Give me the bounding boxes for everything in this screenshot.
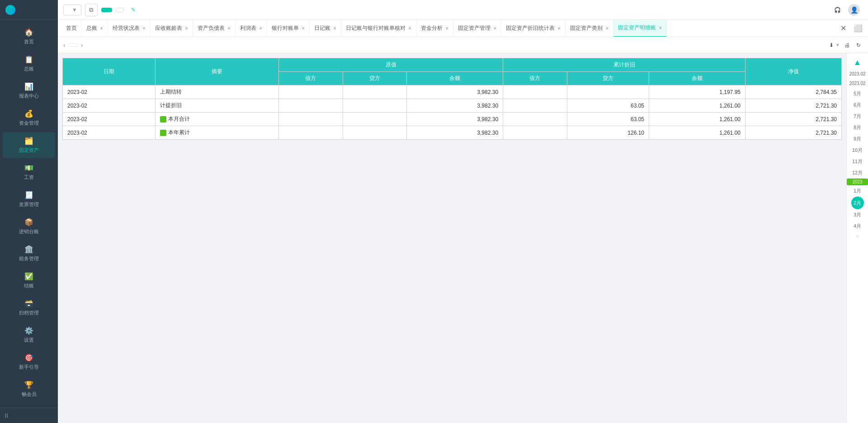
tab-固定资产类别[interactable]: 固定资产类别× — [566, 20, 613, 37]
sidebar-item-report[interactable]: 📊报表中心 — [3, 78, 55, 104]
tab-label: 资金分析 — [421, 24, 443, 32]
tab-日记账[interactable]: 日记账× — [310, 20, 341, 37]
download-button[interactable]: ⬇ ▼ — [829, 42, 840, 48]
ledger-icon: 📋 — [24, 55, 33, 64]
tabbar: 首页总账×经营状况表×应收账龄表×资产负债表×利润表×银行对账单×日记账×日记账… — [58, 20, 868, 37]
tab-label: 总账 — [86, 24, 97, 32]
sidebar: 🏠首页📋总账📊报表中心💰资金管理🗂️固定资产💵工资🧾发票管理📦进销台账🏛️税务管… — [0, 0, 58, 423]
subnav-prev-arrow[interactable]: ‹ — [63, 42, 66, 49]
right-panel-bottom-nav[interactable]: ○ — [854, 232, 860, 240]
user-menu[interactable]: 👤 — [848, 4, 863, 16]
tab-close-icon[interactable]: × — [557, 25, 561, 32]
col-accumulated-depreciation: 累计折旧 — [503, 58, 745, 72]
tab-close-icon[interactable]: × — [659, 25, 662, 31]
tab-应收账龄表[interactable]: 应收账龄表× — [151, 20, 193, 37]
tab-close-icon[interactable]: × — [445, 25, 448, 32]
support-button[interactable]: 🎧 — [834, 7, 843, 13]
right-panel-month[interactable]: 8月 — [847, 122, 868, 133]
tab-固定资产明细账[interactable]: 固定资产明细账× — [613, 20, 667, 37]
tab-label: 利润表 — [240, 24, 256, 32]
member-icon: 🏆 — [24, 381, 33, 389]
sidebar-item-ledger[interactable]: 📋总账 — [3, 51, 55, 77]
ledger-label: 总账 — [24, 66, 34, 72]
right-panel-month[interactable]: 10月 — [847, 145, 868, 156]
tab-资金分析[interactable]: 资金分析× — [416, 20, 453, 37]
sidebar-item-trade[interactable]: 📦进销台账 — [3, 213, 55, 240]
sidebar-item-archive[interactable]: 🗃️归档管理 — [3, 295, 55, 321]
workbench-button[interactable] — [101, 8, 112, 12]
right-panel-month[interactable]: 9月 — [847, 133, 868, 145]
cell-yuanzhi-debit — [279, 99, 343, 113]
tab-label: 银行对账单 — [272, 24, 299, 32]
period-edit-icon[interactable]: ✎ — [131, 7, 136, 13]
tab-label: 应收账龄表 — [155, 24, 182, 32]
refresh-button[interactable]: ↻ — [856, 42, 863, 48]
tab-资产负债表[interactable]: 资产负债表× — [193, 20, 236, 37]
sidebar-item-fixed-assets[interactable]: 🗂️固定资产 — [3, 132, 55, 158]
tab-日记账与银行对账单核对[interactable]: 日记账与银行对账单核对× — [341, 20, 416, 37]
tab-maximize-icon[interactable]: ⬜ — [852, 23, 864, 33]
right-panel-active-month[interactable]: 2月 — [851, 197, 864, 209]
right-panel-period[interactable]: 2023.02 — [847, 69, 868, 79]
cell-leiji-debit — [503, 126, 567, 140]
sidebar-unpin[interactable]: ⟨⟨ — [0, 408, 58, 423]
home-icon: 🏠 — [24, 28, 33, 37]
tab-经营状况表[interactable]: 经营状况表× — [108, 20, 151, 37]
sidebar-item-fund[interactable]: 💰资金管理 — [3, 105, 55, 131]
right-panel-month[interactable]: 6月 — [847, 99, 868, 111]
sidebar-item-member[interactable]: 🏆畅会员 — [3, 376, 55, 402]
right-panel-month[interactable]: 1月 — [847, 185, 868, 197]
tab-close-icon[interactable]: × — [142, 25, 146, 32]
guide-icon: 🎯 — [24, 353, 33, 362]
tab-利润表[interactable]: 利润表× — [236, 20, 267, 37]
subnav: ‹ › ⬇ ▼ 🖨 ↻ — [58, 37, 868, 53]
right-panel-month[interactable]: 3月 — [847, 209, 868, 221]
tab-close-icon[interactable]: × — [185, 25, 188, 32]
tab-close-icon[interactable]: × — [493, 25, 496, 32]
tab-close-all-icon[interactable]: ✕ — [839, 23, 848, 33]
tab-close-icon[interactable]: × — [227, 25, 231, 32]
tab-close-icon[interactable]: × — [333, 25, 336, 32]
tab-close-icon[interactable]: × — [302, 25, 305, 32]
tab-label: 固定资产类别 — [570, 24, 603, 32]
sidebar-item-tax[interactable]: 🏛️税务管理 — [3, 240, 55, 267]
right-panel-month[interactable]: 5月 — [847, 88, 868, 99]
right-panel-month[interactable]: 12月 — [847, 167, 868, 179]
sidebar-item-checkout[interactable]: ✅结账 — [3, 268, 55, 294]
tab-银行对账单[interactable]: 银行对账单× — [267, 20, 310, 37]
tab-close-icon[interactable]: × — [259, 25, 262, 32]
fixed-assets-label: 固定资产 — [19, 147, 39, 154]
right-panel-period[interactable]: 2023.02 — [847, 79, 868, 88]
right-panel-year-badge[interactable]: 2023 — [847, 179, 868, 185]
tab-close-icon[interactable]: × — [408, 25, 411, 32]
right-panel-month[interactable]: 11月 — [847, 156, 868, 167]
sidebar-item-salary[interactable]: 💵工资 — [3, 159, 55, 185]
tab-label: 固定资产明细账 — [618, 24, 656, 32]
sidebar-nav: 🏠首页📋总账📊报表中心💰资金管理🗂️固定资产💵工资🧾发票管理📦进销台账🏛️税务管… — [0, 20, 58, 408]
right-panel: ▲2023.022023.025月6月7月8月9月10月11月12月20231月… — [846, 53, 868, 423]
table-row: 2023-02 计提折旧 3,982.30 63.05 1,261.00 2,7… — [63, 99, 842, 113]
subnav-next-arrow[interactable]: › — [81, 42, 83, 49]
tab-close-icon[interactable]: × — [100, 25, 103, 32]
tab-close-icon[interactable]: × — [605, 25, 609, 32]
sidebar-item-settings[interactable]: ⚙️设置 — [3, 322, 55, 348]
tab-首页[interactable]: 首页 — [61, 20, 82, 37]
right-panel-up-arrow[interactable]: ▲ — [852, 56, 863, 69]
tab-总账[interactable]: 总账× — [82, 20, 108, 37]
tab-固定资产管理[interactable]: 固定资产管理× — [453, 20, 501, 37]
right-panel-month[interactable]: 4月 — [847, 221, 868, 232]
sidebar-item-guide[interactable]: 🎯新手引导 — [3, 349, 55, 375]
avatar: 👤 — [848, 4, 860, 16]
switch-version-button[interactable] — [116, 8, 124, 12]
cell-desc: 本年累计 — [155, 126, 279, 140]
tab-固定资产折旧统计表[interactable]: 固定资产折旧统计表× — [501, 20, 566, 37]
company-selector[interactable]: ▼ — [63, 5, 81, 15]
period-display: ✎ — [127, 7, 136, 13]
print-button[interactable]: 🖨 — [844, 42, 852, 48]
right-panel-month[interactable]: 7月 — [847, 111, 868, 122]
copy-button[interactable]: ⧉ — [85, 4, 98, 16]
col-accum-credit: 贷方 — [567, 72, 649, 85]
sidebar-item-home[interactable]: 🏠首页 — [3, 24, 55, 50]
trade-label: 进销台账 — [19, 228, 39, 235]
sidebar-item-invoice[interactable]: 🧾发票管理 — [3, 186, 55, 212]
